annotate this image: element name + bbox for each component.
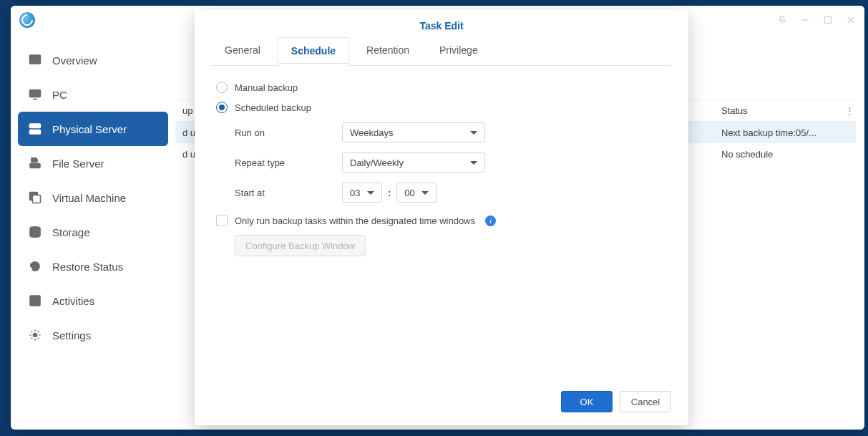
sidebar-item-label: Virtual Machine [52, 192, 126, 204]
svg-point-13 [34, 334, 37, 337]
modal-footer: OK Cancel [212, 382, 671, 412]
checkbox-icon [216, 215, 228, 226]
overview-icon [28, 53, 42, 67]
sidebar: Overview PC Physical Server File Server [11, 34, 175, 430]
backup-window-checkbox-row[interactable]: Only run backup tasks within the designa… [216, 208, 667, 233]
server-icon [28, 122, 42, 136]
sidebar-item-label: Settings [52, 329, 91, 341]
radio-scheduled-backup[interactable]: Scheduled backup [216, 97, 667, 117]
activities-icon [28, 294, 42, 308]
table-cell-status: No schedule [714, 149, 843, 160]
close-icon[interactable] [846, 15, 856, 25]
time-separator: : [382, 188, 396, 198]
repeat-type-select[interactable]: Daily/Weekly [342, 152, 485, 173]
field-label: Start at [235, 188, 342, 198]
sidebar-item-label: Restore Status [52, 261, 123, 273]
field-run-on: Run on Weekdays [235, 117, 667, 147]
schedule-form: Manual backup Scheduled backup Run on We… [212, 66, 671, 256]
svg-rect-10 [33, 195, 41, 203]
svg-rect-0 [801, 20, 809, 21]
table-cell-status: Next backup time:05/... [714, 127, 843, 138]
sidebar-item-virtual-machine[interactable]: Virtual Machine [18, 180, 168, 215]
select-value: 00 [404, 188, 414, 198]
sidebar-item-restore-status[interactable]: Restore Status [18, 249, 168, 284]
chevron-down-icon [470, 161, 477, 165]
sidebar-item-label: Activities [52, 295, 94, 307]
modal-tabs: General Schedule Retention Privilege [212, 37, 671, 66]
sidebar-item-label: Physical Server [52, 123, 127, 135]
sidebar-item-overview[interactable]: Overview [18, 43, 168, 77]
minimize-icon[interactable] [800, 15, 810, 25]
configure-backup-window-button: Configure Backup Window [235, 235, 366, 256]
sidebar-item-physical-server[interactable]: Physical Server [18, 112, 168, 146]
sidebar-item-activities[interactable]: Activities [18, 284, 168, 318]
tab-schedule[interactable]: Schedule [278, 37, 349, 65]
task-edit-modal: Task Edit General Schedule Retention Pri… [195, 10, 688, 425]
radio-icon [216, 82, 228, 93]
ok-button[interactable]: OK [561, 391, 613, 412]
start-hour-select[interactable]: 03 [342, 183, 382, 203]
chevron-down-icon [367, 191, 374, 195]
app-logo-icon [19, 12, 35, 28]
chevron-down-icon [421, 191, 429, 195]
modal-title: Task Edit [212, 10, 671, 37]
file-server-icon [28, 156, 42, 170]
radio-label: Manual backup [235, 82, 298, 93]
sidebar-item-settings[interactable]: Settings [18, 318, 168, 352]
vm-icon [28, 190, 42, 205]
cancel-button[interactable]: Cancel [620, 391, 671, 412]
tab-retention[interactable]: Retention [353, 37, 422, 65]
tab-general[interactable]: General [212, 37, 273, 65]
select-value: Daily/Weekly [350, 158, 404, 168]
select-value: 03 [350, 188, 360, 198]
svg-point-6 [31, 125, 33, 127]
run-on-select[interactable]: Weekdays [342, 122, 485, 142]
start-minute-select[interactable]: 00 [396, 183, 437, 203]
field-start-at: Start at 03 : 00 [235, 178, 667, 208]
sidebar-item-file-server[interactable]: File Server [18, 146, 168, 180]
checkbox-label: Only run backup tasks within the designa… [235, 215, 475, 226]
info-icon[interactable]: i [485, 215, 496, 226]
gear-icon [28, 328, 42, 342]
radio-label: Scheduled backup [235, 102, 311, 113]
pin-icon[interactable] [777, 15, 787, 25]
restore-icon [28, 259, 42, 273]
chevron-down-icon [470, 131, 477, 135]
svg-point-7 [31, 132, 33, 133]
sidebar-item-label: Storage [52, 226, 90, 238]
select-value: Weekdays [350, 127, 393, 138]
sidebar-item-pc[interactable]: PC [18, 77, 168, 112]
field-label: Run on [235, 127, 342, 138]
table-header-status[interactable]: Status [714, 105, 843, 116]
sidebar-item-label: PC [52, 89, 67, 101]
storage-icon [28, 225, 42, 239]
sidebar-item-storage[interactable]: Storage [18, 215, 168, 249]
tab-privilege[interactable]: Privilege [426, 37, 491, 65]
sidebar-item-label: File Server [52, 158, 104, 170]
maximize-icon[interactable] [823, 15, 833, 25]
sidebar-item-label: Overview [52, 54, 97, 67]
svg-rect-8 [30, 164, 40, 168]
pc-icon [28, 87, 42, 102]
field-repeat-type: Repeat type Daily/Weekly [235, 147, 667, 178]
radio-icon [216, 102, 228, 113]
svg-rect-1 [825, 17, 832, 24]
radio-manual-backup[interactable]: Manual backup [216, 77, 667, 97]
svg-rect-3 [30, 90, 41, 97]
svg-rect-2 [30, 55, 41, 64]
kebab-icon[interactable]: ⋮ [843, 105, 856, 116]
window-controls [777, 15, 856, 25]
field-label: Repeat type [235, 158, 342, 168]
